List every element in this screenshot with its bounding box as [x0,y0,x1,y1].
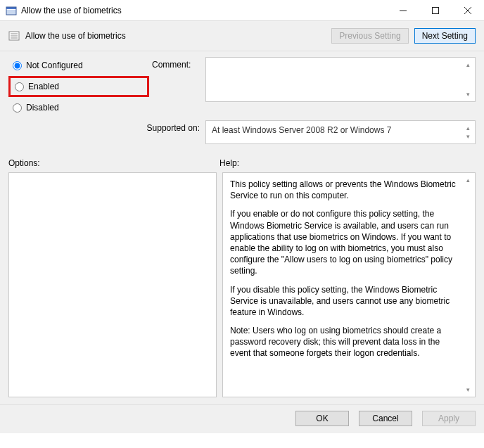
scroll-down-icon[interactable]: ▾ [462,131,473,142]
help-paragraph: This policy setting allows or prevents t… [230,179,459,201]
policy-title: Allow the use of biometrics [25,31,326,41]
comment-label: Comment: [152,57,203,70]
radio-not-configured-label: Not Configured [26,60,83,70]
ok-button[interactable]: OK [295,411,349,426]
comment-textarea[interactable]: ▴ ▾ [205,57,476,102]
radio-enabled-label: Enabled [28,82,59,91]
previous-setting-button: Previous Setting [331,28,408,44]
close-button[interactable] [452,0,484,21]
apply-button: Apply [422,411,476,426]
state-radio-group: Not Configured Enabled Disabled [8,57,149,116]
scroll-up-icon[interactable]: ▴ [462,59,473,70]
maximize-button[interactable] [419,0,452,21]
minimize-button[interactable] [387,0,419,21]
scroll-down-icon[interactable]: ▾ [462,89,473,100]
help-paragraph: Note: Users who log on using biometrics … [230,325,459,359]
radio-enabled-input[interactable] [15,82,24,91]
footer: OK Cancel Apply [0,404,484,433]
scroll-up-icon[interactable]: ▴ [462,174,473,186]
radio-not-configured[interactable]: Not Configured [8,57,149,74]
window-controls [387,0,484,21]
supported-on-value: At least Windows Server 2008 R2 or Windo… [212,125,391,135]
help-paragraph: If you enable or do not configure this p… [230,208,459,276]
app-icon [6,5,17,16]
help-pane: This policy setting allows or prevents t… [222,172,476,397]
options-pane [8,172,217,397]
policy-icon [8,30,20,41]
svg-rect-4 [433,7,439,13]
supported-on-box: At least Windows Server 2008 R2 or Windo… [205,120,476,144]
panes: This policy setting allows or prevents t… [0,172,484,404]
window-title: Allow the use of biometrics [21,6,387,15]
options-label: Options: [8,158,219,168]
cancel-button[interactable]: Cancel [359,411,412,426]
radio-disabled-label: Disabled [26,103,59,113]
pane-labels: Options: Help: [0,144,484,172]
radio-not-configured-input[interactable] [13,61,22,70]
titlebar: Allow the use of biometrics [0,0,484,21]
radio-enabled[interactable]: Enabled [13,79,145,94]
scroll-down-icon[interactable]: ▾ [462,384,473,395]
help-label: Help: [219,158,476,168]
help-paragraph: If you disable this policy setting, the … [230,284,459,319]
main-content: Not Configured Enabled Disabled Comment:… [0,51,484,144]
radio-disabled-input[interactable] [13,103,22,113]
header: Allow the use of biometrics Previous Set… [0,21,484,51]
svg-rect-1 [6,10,16,15]
highlight-enabled: Enabled [8,76,149,97]
radio-disabled[interactable]: Disabled [8,99,149,116]
supported-on-label: Supported on: [147,120,203,133]
next-setting-button[interactable]: Next Setting [414,28,476,44]
